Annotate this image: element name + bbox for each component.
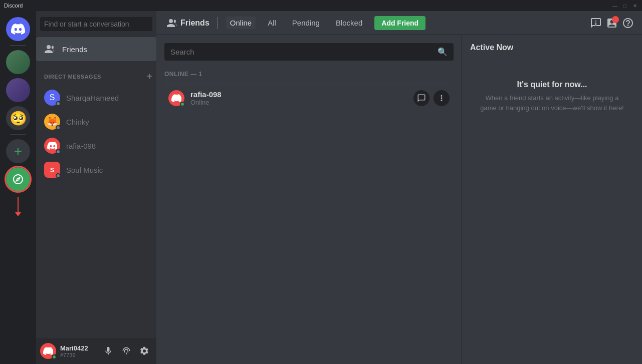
friends-search-input[interactable] (170, 48, 434, 56)
deafen-button[interactable] (118, 343, 134, 359)
window-controls: — □ ✕ (612, 3, 638, 9)
nav-online[interactable]: Online (226, 17, 256, 29)
friend-actions-rafia (413, 90, 450, 106)
friends-list: 🔍 ONLINE — 1 rafia-098 Online (156, 35, 462, 364)
user-controls (100, 343, 152, 359)
friend-avatar-rafia (168, 90, 184, 106)
new-group-dm-button[interactable] (590, 17, 602, 29)
explore-servers-button[interactable] (6, 167, 30, 191)
user-tag: #7739 (60, 352, 96, 358)
dm-avatar-chinky: 🦊 (44, 114, 60, 130)
server-icon-3[interactable]: 🥺 (6, 106, 30, 130)
titlebar: Discord — □ ✕ (0, 0, 642, 11)
server-divider (10, 45, 26, 46)
add-friend-button[interactable]: Add Friend (374, 16, 425, 30)
friends-label: Friends (62, 45, 87, 54)
status-dot-soulmusic (56, 173, 61, 178)
online-section-header: ONLINE — 1 (164, 71, 454, 78)
dm-avatar-soulmusic: S (44, 162, 60, 178)
server-icon-1[interactable] (6, 50, 30, 74)
dm-section-header: DIRECT MESSAGES + (36, 63, 156, 84)
nav-all[interactable]: All (264, 17, 280, 29)
friends-icon (40, 41, 56, 57)
status-dot-chinky (56, 125, 61, 130)
active-now-quiet-state: It's quiet for now... When a friend star… (470, 60, 634, 133)
active-now-sidebar: Active Now It's quiet for now... When a … (462, 35, 642, 364)
dm-item-soulmusic[interactable]: S Soul Music (40, 158, 152, 182)
app-layout: 🥺 + Explore Public Servers (0, 11, 642, 364)
inbox-button[interactable] (606, 17, 618, 29)
status-dot-rafia-dm (56, 149, 61, 154)
mute-button[interactable] (100, 343, 116, 359)
search-icon: 🔍 (438, 47, 448, 57)
dm-name-rafia: rafia-098 (66, 142, 96, 150)
dm-item-rafia[interactable]: rafia-098 (40, 134, 152, 158)
server-divider-2 (10, 134, 26, 135)
user-status-dot (52, 354, 57, 359)
username: Mari0422 (60, 344, 96, 352)
explore-servers-container: Explore Public Servers (6, 167, 30, 191)
dm-name-sharqa: SharqaHameed (66, 94, 119, 102)
user-avatar (40, 343, 56, 359)
friend-row-rafia[interactable]: rafia-098 Online (164, 84, 454, 112)
dm-section-label: DIRECT MESSAGES (44, 74, 101, 80)
quiet-title: It's quiet for now... (517, 80, 587, 89)
minimize-button[interactable]: — (612, 3, 618, 9)
friend-status-text-rafia: Online (190, 99, 413, 106)
dm-name-chinky: Chinky (66, 118, 89, 126)
add-server-button[interactable]: + (6, 139, 30, 163)
nav-blocked[interactable]: Blocked (332, 17, 366, 29)
header-icons (590, 17, 634, 29)
notification-badge (612, 16, 619, 23)
nav-pending[interactable]: Pending (288, 17, 324, 29)
search-input[interactable] (40, 17, 152, 31)
close-button[interactable]: ✕ (632, 3, 638, 9)
help-button[interactable] (622, 17, 634, 29)
main-header: Friends Online All Pending Blocked Add F… (156, 11, 642, 35)
add-dm-button[interactable]: + (147, 71, 152, 82)
dm-item-chinky[interactable]: 🦊 Chinky (40, 110, 152, 134)
user-area: Mari0422 #7739 (36, 338, 156, 364)
home-button[interactable] (6, 17, 30, 41)
more-options-button[interactable] (434, 90, 450, 106)
header-divider (218, 17, 218, 29)
app-title: Discord (4, 3, 23, 9)
settings-button[interactable] (136, 343, 152, 359)
dm-search-bar[interactable] (36, 11, 156, 37)
friends-nav-item[interactable]: Friends (36, 37, 156, 61)
svg-text:S: S (50, 167, 54, 174)
maximize-button[interactable]: □ (622, 3, 628, 9)
dm-list: S SharqaHameed 🦊 Chinky (36, 84, 156, 338)
friends-search-bar[interactable]: 🔍 (164, 43, 454, 61)
dm-avatar-sharqa: S (44, 90, 60, 106)
friends-header: Friends (164, 18, 209, 28)
server-sidebar: 🥺 + Explore Public Servers (0, 11, 36, 364)
status-dot-sharqa (56, 101, 61, 106)
active-now-title: Active Now (470, 43, 634, 52)
dm-avatar-rafia (44, 138, 60, 154)
user-info: Mari0422 #7739 (60, 344, 96, 358)
friends-header-label: Friends (180, 19, 209, 28)
main-content: Friends Online All Pending Blocked Add F… (156, 11, 642, 364)
friend-status-rafia (180, 102, 185, 107)
dm-item-sharqa[interactable]: S SharqaHameed (40, 86, 152, 110)
friends-area: 🔍 ONLINE — 1 rafia-098 Online (156, 35, 642, 364)
dm-sidebar: Friends DIRECT MESSAGES + S SharqaHameed… (36, 11, 156, 364)
message-friend-button[interactable] (413, 90, 430, 106)
arrow-indicator (15, 197, 21, 216)
server-icon-2[interactable] (6, 78, 30, 102)
dm-name-soulmusic: Soul Music (66, 166, 103, 174)
quiet-description: When a friend starts an activity—like pl… (480, 93, 624, 113)
friend-info-rafia: rafia-098 Online (190, 90, 413, 106)
friend-name-rafia: rafia-098 (190, 90, 413, 99)
